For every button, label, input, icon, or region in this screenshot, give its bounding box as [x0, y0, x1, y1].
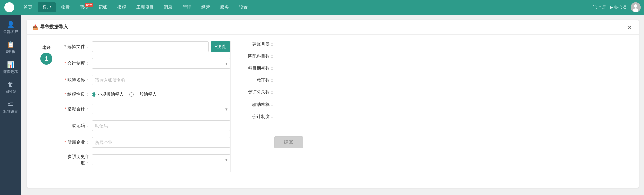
close-button[interactable]: × — [626, 23, 633, 32]
accounting-system-label: 会计制度： — [62, 60, 89, 66]
nav-item-management[interactable]: 管理 — [178, 2, 196, 12]
tax-general-text: 一般纳税人 — [135, 91, 157, 97]
declare-label: 0申报 — [6, 49, 15, 54]
top-navigation: EaRP 首页 客户 收费 票据new 记账 报税 工商项目 消息 管理 经营 … — [0, 0, 644, 15]
nav-item-tax[interactable]: 报税 — [113, 2, 131, 12]
nav-item-settings[interactable]: 设置 — [234, 2, 252, 12]
fullscreen-label: 全屏 — [598, 5, 606, 10]
reference-year-label: 参照历史年度： — [62, 154, 89, 166]
form-area: 建账 1 * 选择文件： +浏览 会计制度： — [27, 35, 639, 179]
voucher-entries-row: 凭证分录数： — [244, 89, 364, 95]
voucher-count-label: 凭证数： — [244, 77, 274, 83]
tax-small-radio[interactable] — [92, 92, 96, 97]
tax-type-radio-group: 小规模纳税人 一般纳税人 — [92, 91, 157, 97]
sidebar-item-trash[interactable]: 🗑 回收站 — [0, 78, 21, 97]
sidebar-item-migrate[interactable]: 📊 账套迁移 — [0, 58, 21, 77]
assign-accountant-select[interactable] — [92, 104, 230, 114]
import-icon: 📥 — [32, 24, 38, 30]
step-circle: 1 — [40, 53, 52, 65]
tax-general-label[interactable]: 一般纳税人 — [129, 91, 157, 97]
nav-item-clients[interactable]: 客户 — [38, 2, 56, 12]
accounting-month-row: 建账月份： — [244, 41, 364, 47]
nav-item-bookkeeping[interactable]: 记账 — [94, 2, 112, 12]
file-text-input[interactable] — [92, 41, 209, 52]
tags-icon: 🏷 — [8, 101, 14, 108]
voucher-entries-label: 凭证分录数： — [244, 89, 274, 95]
nav-items: 首页 客户 收费 票据new 记账 报税 工商项目 消息 管理 经营 服务 设置 — [19, 2, 593, 12]
aux-accounting-row: 辅助核算： — [244, 102, 364, 108]
form-right: 建账月份： 匹配科目数： 科目期初数： 凭证数： — [230, 41, 364, 172]
nav-item-tickets[interactable]: 票据new — [75, 2, 93, 12]
company-input[interactable] — [92, 137, 230, 148]
ledger-name-row: 账簿名称： — [62, 75, 230, 85]
accounting-system-row: 会计制度： ▾ — [62, 58, 230, 69]
match-subjects-label: 匹配科目数： — [244, 53, 274, 59]
import-panel: 📥 导爷数据导入 × 建账 1 * 选择文件： — [27, 20, 639, 188]
file-label: * 选择文件： — [62, 44, 89, 50]
nav-item-billing[interactable]: 收费 — [56, 2, 75, 12]
tax-type-row: 纳税性质： 小规模纳税人 一般纳税人 — [62, 91, 230, 97]
assign-accountant-row: 指派会计： ▾ — [62, 104, 230, 114]
tax-small-text: 小规模纳税人 — [98, 91, 124, 97]
reference-year-select-wrapper: ▾ — [92, 154, 230, 165]
main-layout: 👤 全部客户 📋 0申报 📊 账套迁移 🗑 回收站 🏷 标签设置 📥 导爷数据导… — [0, 15, 644, 195]
fullscreen-icon: ⛶ — [593, 5, 597, 10]
vip-button[interactable]: ▶ 畅会员 — [610, 5, 627, 10]
step-label: 建账 — [42, 45, 51, 51]
nav-item-service[interactable]: 服务 — [215, 2, 234, 12]
right-accounting-system-label: 会计制度： — [244, 114, 274, 120]
assign-accountant-label: 指派会计： — [62, 106, 89, 112]
ledger-name-label: 账簿名称： — [62, 77, 89, 83]
form-left: * 选择文件： +浏览 会计制度： ▾ — [62, 41, 230, 172]
nav-item-home[interactable]: 首页 — [19, 2, 37, 12]
company-label: 所属企业： — [62, 139, 89, 145]
fullscreen-button[interactable]: ⛶ 全屏 — [593, 5, 606, 10]
subject-init-label: 科目期初数： — [244, 65, 274, 71]
tax-general-radio[interactable] — [129, 92, 134, 97]
trash-icon: 🗑 — [8, 81, 14, 88]
step-indicator: 建账 1 — [40, 41, 52, 172]
memo-code-row: 助记码： — [62, 120, 230, 131]
match-subjects-row: 匹配科目数： — [244, 53, 364, 59]
panel-title: 导爷数据导入 — [40, 24, 68, 30]
nav-item-operations[interactable]: 经营 — [197, 2, 215, 12]
browse-button[interactable]: +浏览 — [211, 41, 230, 52]
panel-header: 📥 导爷数据导入 × — [27, 20, 639, 35]
sidebar-item-tags[interactable]: 🏷 标签设置 — [0, 98, 21, 117]
tags-label: 标签设置 — [3, 109, 18, 114]
vip-label: 畅会员 — [614, 5, 627, 10]
tax-type-label: 纳税性质： — [62, 91, 89, 97]
new-badge: new — [85, 3, 93, 7]
migrate-icon: 📊 — [7, 61, 14, 68]
svg-point-4 — [633, 8, 638, 12]
accounting-system-select-wrapper: ▾ — [92, 58, 230, 69]
app-logo: EaRP — [3, 1, 15, 13]
subject-init-row: 科目期初数： — [244, 65, 364, 71]
all-clients-icon: 👤 — [7, 21, 14, 28]
main-content: 📥 导爷数据导入 × 建账 1 * 选择文件： — [21, 15, 644, 195]
voucher-count-row: 凭证数： — [244, 77, 364, 83]
company-row: 所属企业： — [62, 137, 230, 148]
create-account-button[interactable]: 建账 — [274, 136, 303, 148]
reference-year-row: 参照历史年度： ▾ — [62, 154, 230, 166]
svg-point-3 — [634, 4, 637, 8]
all-clients-label: 全部客户 — [3, 29, 18, 34]
file-input-group: +浏览 — [92, 41, 230, 52]
svg-text:EaRP: EaRP — [5, 5, 14, 9]
sidebar-item-all-clients[interactable]: 👤 全部客户 — [0, 18, 21, 37]
file-select-row: * 选择文件： +浏览 — [62, 41, 230, 52]
tax-small-label[interactable]: 小规模纳税人 — [92, 91, 124, 97]
nav-item-business[interactable]: 工商项目 — [132, 2, 158, 12]
user-avatar[interactable] — [631, 2, 641, 12]
declare-icon: 📋 — [7, 41, 14, 48]
right-accounting-system-row: 会计制度： — [244, 114, 364, 120]
assign-accountant-select-wrapper: ▾ — [92, 104, 230, 114]
sidebar-item-declare[interactable]: 📋 0申报 — [0, 38, 21, 57]
nav-item-messages[interactable]: 消息 — [159, 2, 177, 12]
accounting-month-label: 建账月份： — [244, 41, 274, 47]
accounting-system-select[interactable] — [92, 58, 230, 69]
memo-code-input[interactable] — [92, 120, 230, 131]
nav-right: ⛶ 全屏 ▶ 畅会员 — [593, 2, 641, 12]
ledger-name-input[interactable] — [92, 75, 230, 85]
reference-year-select[interactable] — [92, 154, 230, 165]
